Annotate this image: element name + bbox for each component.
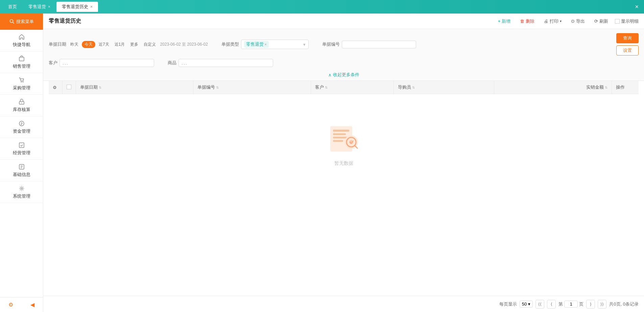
query-button[interactable]: 查询: [616, 33, 639, 43]
info-icon: [18, 163, 25, 170]
date-btn-more[interactable]: 更多: [128, 41, 140, 48]
col-amount[interactable]: 实销金额 ⇅: [494, 81, 612, 94]
sidebar-toggle-icon[interactable]: ◀: [30, 302, 34, 308]
tab-retail-return[interactable]: 零售退货 ×: [23, 2, 56, 12]
page-title: 零售退货历史: [49, 18, 81, 25]
collapse-filter-button[interactable]: ∧ 收起更多条件: [49, 70, 639, 81]
col-order-no[interactable]: 单据编号 ⇅: [193, 81, 311, 94]
page-input-group: 第 页: [558, 300, 583, 308]
col-customer[interactable]: 客户 ⇅: [311, 81, 394, 94]
sidebar: 搜索菜单 快捷导航 销售管理 采购管理: [0, 14, 43, 312]
filter-area: 单据日期 昨天 今天 近7天 近1月 更多 自定义 2023-06-02 至 2…: [43, 29, 644, 81]
delete-icon: 🗑: [520, 19, 524, 24]
goods-select[interactable]: ...: [178, 59, 273, 67]
order-no-input[interactable]: [342, 41, 416, 48]
inventory-icon: [18, 98, 25, 105]
page-size-label: 每页显示: [499, 301, 517, 307]
export-button[interactable]: ⊙ 导出: [568, 17, 588, 26]
purchase-icon: [18, 77, 25, 84]
print-chevron-icon: ▾: [560, 19, 562, 23]
filter-row-2: 客户 ... 商品 ...: [49, 59, 639, 67]
sidebar-item-sales[interactable]: 销售管理: [0, 51, 43, 73]
sidebar-search[interactable]: 搜索菜单: [0, 14, 43, 30]
export-icon: ⊙: [571, 19, 575, 24]
display-detail-checkbox[interactable]: [615, 19, 620, 24]
sidebar-item-inventory[interactable]: 库存核算: [0, 95, 43, 116]
select-all-checkbox[interactable]: [67, 85, 71, 89]
tab-retail-return-history[interactable]: 零售退货历史 ×: [56, 2, 98, 12]
page-size-arrow: ▾: [528, 302, 530, 307]
col-settings[interactable]: ⚙: [49, 81, 62, 94]
svg-line-1: [13, 22, 14, 23]
display-detail-toggle[interactable]: 显示明细: [615, 18, 639, 24]
date-range-display: 2023-06-02 至 2023-06-02: [160, 42, 208, 47]
svg-rect-17: [333, 137, 347, 138]
table-container: ⚙ 单据日期 ⇅ 单据编号: [43, 81, 644, 296]
col-date[interactable]: 单据日期 ⇅: [76, 81, 193, 94]
page-number-input[interactable]: [564, 300, 578, 308]
top-tabs: 首页 零售退货 × 零售退货历史 ×: [3, 2, 632, 12]
svg-rect-16: [333, 133, 346, 135]
filter-order-no: 单据编号: [322, 41, 416, 48]
date-btn-yesterday[interactable]: 昨天: [68, 41, 80, 48]
col-guide[interactable]: 导购员 ⇅: [394, 81, 494, 94]
date-btn-custom[interactable]: 自定义: [142, 41, 158, 48]
page-prev-button[interactable]: ⟨: [547, 300, 556, 309]
filter-row-1: 单据日期 昨天 今天 近7天 近1月 更多 自定义 2023-06-02 至 2…: [49, 33, 639, 55]
svg-rect-18: [333, 140, 343, 142]
empty-state: 暂无数据: [49, 94, 639, 194]
filter-actions: 查询 设置: [616, 33, 639, 55]
add-button[interactable]: + 新增: [495, 17, 513, 26]
tab-retail-return-close[interactable]: ×: [48, 4, 50, 9]
filter-goods: 商品 ...: [168, 59, 273, 67]
svg-rect-15: [333, 130, 349, 132]
collapse-up-icon: ∧: [328, 72, 332, 77]
sales-icon: [18, 55, 25, 62]
window-close-button[interactable]: ×: [632, 3, 641, 10]
col-op: 操作: [612, 81, 639, 94]
system-icon: [18, 185, 25, 192]
delete-button[interactable]: 🗑 删除: [517, 17, 537, 26]
filter-date: 单据日期 昨天 今天 近7天 近1月 更多 自定义 2023-06-02 至 2…: [49, 41, 208, 48]
type-tag-close[interactable]: ×: [265, 43, 267, 46]
sidebar-item-business[interactable]: 经营管理: [0, 138, 43, 160]
type-select-arrow: ▾: [303, 42, 306, 47]
sort-date-icon: ⇅: [99, 86, 101, 89]
table-settings-icon[interactable]: ⚙: [53, 85, 57, 90]
search-icon: [9, 19, 14, 25]
page-total-info: 共0页, 0条记录: [609, 301, 639, 307]
print-button[interactable]: 🖨 打印 ▾: [541, 17, 564, 26]
refresh-button[interactable]: ⟳ 刷新: [592, 17, 611, 26]
date-btn-1month[interactable]: 近1月: [113, 41, 127, 48]
svg-rect-8: [19, 143, 24, 148]
date-shortcuts: 昨天 今天 近7天 近1月 更多 自定义: [68, 41, 158, 48]
svg-point-4: [22, 81, 23, 82]
sidebar-item-finance[interactable]: 资金管理: [0, 116, 43, 138]
sidebar-item-purchase[interactable]: 采购管理: [0, 73, 43, 95]
page-next-button[interactable]: ⟩: [586, 300, 595, 309]
content-area: 零售退货历史 + 新增 🗑 删除 🖨 打印 ▾ ⊙ 导出 ⟳: [43, 14, 644, 312]
sidebar-item-quicknav[interactable]: 快捷导航: [0, 30, 43, 51]
col-checkbox[interactable]: [62, 81, 76, 94]
sidebar-item-system[interactable]: 系统管理: [0, 181, 43, 203]
date-btn-7days[interactable]: 近7天: [97, 41, 111, 48]
sidebar-items: 快捷导航 销售管理 采购管理 库存核算: [0, 30, 43, 297]
page-first-button[interactable]: ⟨⟨: [535, 300, 544, 309]
goods-dots: ...: [182, 60, 188, 66]
filter-type: 单据类型 零售退货 × ▾: [221, 40, 309, 49]
data-table: ⚙ 单据日期 ⇅ 单据编号: [49, 81, 639, 194]
finance-icon: [18, 120, 25, 127]
page-size-select[interactable]: 50 ▾: [520, 300, 533, 308]
customer-select[interactable]: ...: [59, 59, 154, 67]
settings-gear-icon[interactable]: ⚙: [8, 302, 13, 308]
tab-home[interactable]: 首页: [3, 2, 22, 12]
home-icon: [18, 34, 25, 40]
date-btn-today[interactable]: 今天: [82, 41, 95, 48]
sort-amount-icon: ⇅: [605, 86, 607, 89]
sidebar-item-basic-info[interactable]: 基础信息: [0, 160, 43, 181]
settings-button[interactable]: 设置: [616, 45, 639, 55]
type-select[interactable]: 零售退货 × ▾: [241, 40, 309, 49]
page-last-button[interactable]: ⟩⟩: [598, 300, 606, 309]
tab-retail-return-history-close[interactable]: ×: [90, 4, 93, 9]
header-actions: + 新增 🗑 删除 🖨 打印 ▾ ⊙ 导出 ⟳ 刷新: [495, 17, 639, 26]
